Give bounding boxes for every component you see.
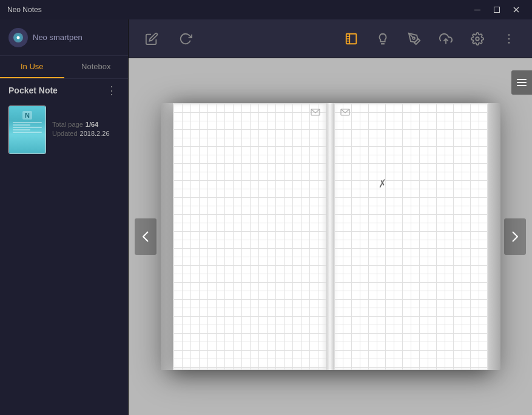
section-title: Pocket Note [8, 86, 58, 95]
svg-point-6 [17, 36, 20, 39]
book-cover-right [488, 103, 500, 370]
settings-button[interactable] [466, 28, 488, 50]
book-page-right: ✗ [334, 103, 488, 370]
sidebar: Neo smartpen In Use Notebox Pocket Note … [0, 19, 129, 415]
pen-button[interactable] [403, 28, 425, 50]
brand-logo [8, 28, 28, 47]
page-grid-right [334, 104, 488, 369]
svg-rect-0 [474, 10, 480, 10]
book-page-left [173, 103, 327, 370]
total-page-value: 1/64 [86, 121, 98, 128]
next-page-button[interactable] [504, 218, 526, 255]
updated-value: 2018.2.26 [80, 130, 110, 137]
tab-notebox[interactable]: Notebox [64, 56, 129, 78]
window-controls [469, 4, 525, 16]
notebook-card[interactable]: N Total page 1/64 [8, 102, 120, 158]
toolbar-right [340, 28, 520, 50]
content-area: ✗ [129, 19, 532, 415]
app-layout: Neo smartpen In Use Notebox Pocket Note … [0, 19, 532, 415]
book-spine [326, 103, 334, 370]
svg-rect-22 [517, 82, 527, 83]
mail-icon-left [311, 109, 320, 118]
notebook-thumbnail: N [8, 106, 46, 154]
sidebar-header: Neo smartpen [0, 19, 128, 56]
svg-rect-23 [517, 85, 527, 86]
svg-rect-21 [517, 79, 527, 80]
total-page-label: Total page [52, 121, 83, 128]
sidebar-tabs: In Use Notebox [0, 56, 128, 79]
edit-tool-button[interactable] [141, 28, 163, 50]
page-grid-left [173, 104, 327, 369]
book-cover-left [161, 103, 173, 370]
ideas-button[interactable] [372, 28, 394, 50]
svg-point-15 [476, 37, 479, 41]
svg-point-17 [508, 38, 510, 39]
notebook-viewer: ✗ [129, 58, 532, 415]
more-options-button[interactable] [498, 28, 520, 50]
panel-toggle-button[interactable] [511, 70, 532, 95]
window-title: Neo Notes [7, 5, 42, 14]
brand-name: Neo smartpen [33, 33, 82, 42]
refresh-button[interactable] [175, 28, 197, 50]
title-bar: Neo Notes [0, 0, 532, 19]
svg-point-18 [508, 42, 510, 44]
notebook-section: Pocket Note ⋮ N [0, 79, 128, 415]
section-header: Pocket Note ⋮ [8, 85, 120, 96]
mail-icon-right [340, 109, 350, 118]
maximize-button[interactable] [488, 4, 505, 16]
svg-point-16 [508, 34, 510, 36]
section-more-button[interactable]: ⋮ [104, 85, 120, 96]
notebook-view-button[interactable] [340, 28, 362, 50]
book-spread: ✗ [173, 103, 488, 370]
minimize-button[interactable] [469, 4, 486, 16]
toolbar-left [141, 28, 197, 50]
prev-page-button[interactable] [135, 218, 157, 255]
tab-in-use[interactable]: In Use [0, 56, 64, 78]
svg-point-13 [412, 37, 415, 39]
thumb-letter: N [22, 111, 32, 120]
notebook-info: Total page 1/64 Updated 2018.2.26 [52, 121, 120, 139]
updated-label: Updated [52, 130, 78, 137]
svg-rect-1 [494, 7, 500, 13]
close-button[interactable] [508, 4, 525, 16]
toolbar [129, 19, 532, 58]
upload-button[interactable] [435, 28, 457, 50]
book-pages: ✗ [173, 103, 488, 370]
